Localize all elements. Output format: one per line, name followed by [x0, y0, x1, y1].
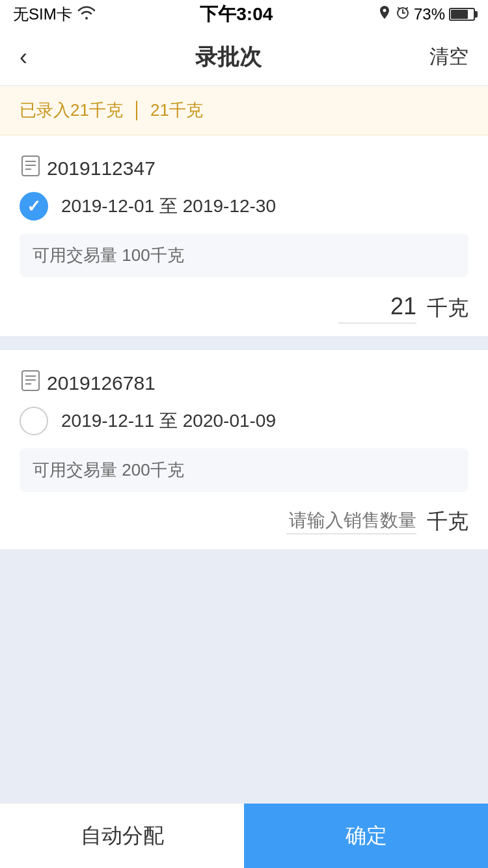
battery-icon — [449, 8, 475, 21]
batch-item-1: 2019112347 2019-12-01 至 2019-12-30 可用交易量… — [0, 135, 488, 277]
section-separator — [0, 337, 488, 350]
batch-id-1: 2019112347 — [47, 157, 156, 180]
batch-id-2: 2019126781 — [47, 372, 156, 394]
batch-doc-icon-2 — [20, 370, 42, 396]
quantity-input-2[interactable] — [286, 510, 416, 531]
recorded-label: 已录入21千克 — [20, 99, 123, 122]
back-button[interactable]: ‹ — [20, 44, 27, 71]
page-title: 录批次 — [195, 42, 262, 72]
alarm-icon — [396, 5, 410, 23]
status-bar: 无SIM卡 下午3:04 73% — [0, 0, 488, 29]
nav-bar: ‹ 录批次 清空 — [0, 29, 488, 86]
status-time: 下午3:04 — [200, 2, 273, 27]
bottom-bar: 自动分配 确定 — [0, 803, 488, 868]
battery-percent: 73% — [414, 5, 445, 23]
auto-distribute-button[interactable]: 自动分配 — [0, 804, 244, 868]
wifi-icon — [77, 5, 96, 23]
quantity-input-1[interactable]: 21 — [338, 293, 416, 320]
confirm-button[interactable]: 确定 — [244, 804, 488, 868]
batch-id-row-2: 2019126781 — [20, 370, 468, 396]
batch-date-row-1[interactable]: 2019-12-01 至 2019-12-30 — [20, 192, 468, 221]
quantity-row-1: 21 千克 — [0, 277, 488, 337]
batch-date-row-2[interactable]: 2019-12-11 至 2020-01-09 — [20, 407, 468, 435]
batch-date-1: 2019-12-01 至 2019-12-30 — [61, 194, 276, 219]
batch-item-2: 2019126781 2019-12-11 至 2020-01-09 可用交易量… — [0, 350, 488, 492]
batch-available-2: 可用交易量 200千克 — [20, 448, 468, 492]
batch-date-2: 2019-12-11 至 2020-01-09 — [61, 409, 276, 433]
sim-text: 无SIM卡 — [13, 4, 72, 25]
info-banner: 已录入21千克 21千克 — [0, 86, 488, 135]
status-left: 无SIM卡 — [13, 4, 96, 25]
input-underline-2 — [286, 510, 416, 534]
batch-doc-icon-1 — [20, 155, 42, 182]
batch-id-row-1: 2019112347 — [20, 155, 468, 182]
quantity-unit-1: 千克 — [427, 294, 468, 323]
status-right: 73% — [377, 5, 475, 23]
quantity-underline-1: 21 — [338, 293, 416, 323]
radio-1[interactable] — [20, 192, 48, 221]
radio-2[interactable] — [20, 407, 48, 435]
info-divider — [136, 101, 137, 120]
clear-button[interactable]: 清空 — [429, 44, 468, 70]
quantity-unit-2: 千克 — [427, 508, 468, 536]
batch-available-1: 可用交易量 100千克 — [20, 234, 468, 277]
input-row-2: 千克 — [0, 492, 488, 549]
total-label: 21千克 — [150, 99, 203, 122]
location-icon — [377, 5, 392, 23]
